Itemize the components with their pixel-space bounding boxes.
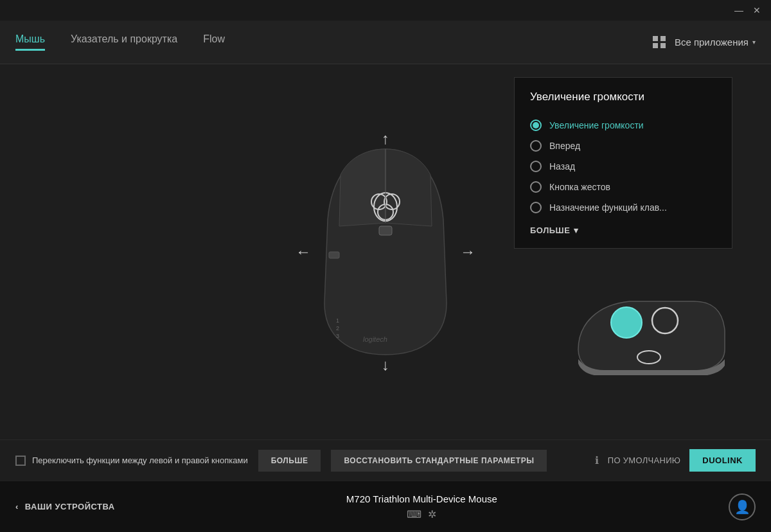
radio-option-1[interactable]: Вперед bbox=[530, 136, 716, 156]
radio-label-4: Назначение функций клав... bbox=[549, 202, 667, 213]
svg-point-11 bbox=[611, 307, 642, 338]
radio-option-4[interactable]: Назначение функций клав... bbox=[530, 197, 716, 218]
swap-buttons-checkbox[interactable]: Переключить функции между левой и правой… bbox=[15, 456, 248, 466]
app-window: — ✕ Мышь Указатель и прокрутка Flow Все … bbox=[0, 0, 771, 532]
default-button[interactable]: ПО УМОЛЧАНИЮ bbox=[608, 456, 680, 465]
radio-label-0: Увеличение громкости bbox=[549, 120, 644, 130]
chevron-down-icon: ▾ bbox=[574, 226, 579, 235]
radio-label-1: Вперед bbox=[549, 141, 580, 151]
mouse-side-illustration bbox=[565, 285, 732, 375]
popup-more-button[interactable]: БОЛЬШЕ ▾ bbox=[530, 226, 716, 235]
title-bar: — ✕ bbox=[0, 0, 771, 21]
checkbox-box bbox=[15, 456, 26, 466]
mouse-diagram: ↑ ← → ↓ bbox=[283, 111, 488, 393]
header: Мышь Указатель и прокрутка Flow Все прил… bbox=[0, 21, 771, 64]
bluetooth-icon: ✲ bbox=[428, 508, 436, 520]
profile-icon: 👤 bbox=[734, 499, 750, 515]
svg-text:1: 1 bbox=[336, 317, 339, 324]
mouse-illustration: 1 2 3 logitech bbox=[315, 143, 456, 361]
minimize-button[interactable]: — bbox=[730, 1, 748, 19]
arrow-left-button[interactable]: ← bbox=[296, 243, 311, 261]
button-popup-menu: Увеличение громкости Увеличение громкост… bbox=[514, 77, 732, 249]
radio-option-3[interactable]: Кнопка жестов bbox=[530, 177, 716, 197]
svg-text:2: 2 bbox=[336, 325, 339, 332]
battery-icon: ⌨ bbox=[407, 508, 421, 520]
back-button[interactable]: ‹ ВАШИ УСТРОЙСТВА bbox=[15, 502, 115, 511]
radio-circle-2 bbox=[530, 161, 542, 172]
svg-rect-4 bbox=[379, 226, 392, 235]
mouse-area: ↑ ← → ↓ bbox=[0, 64, 771, 439]
radio-option-2[interactable]: Назад bbox=[530, 156, 716, 177]
chevron-down-icon: ▾ bbox=[752, 39, 756, 46]
radio-circle-3 bbox=[530, 181, 542, 193]
svg-text:3: 3 bbox=[336, 333, 339, 339]
arrow-right-button[interactable]: → bbox=[460, 243, 475, 261]
restore-defaults-button[interactable]: ВОССТАНОВИТЬ СТАНДАРТНЫЕ ПАРАМЕТРЫ bbox=[331, 450, 547, 472]
checkbox-label: Переключить функции между левой и правой… bbox=[32, 456, 248, 465]
tab-bar: Мышь Указатель и прокрутка Flow bbox=[15, 33, 653, 51]
info-icon[interactable]: ℹ bbox=[595, 454, 599, 466]
mouse-side-view bbox=[565, 285, 732, 375]
footer-center: M720 Triathlon Multi-Device Mouse ⌨ ✲ bbox=[115, 493, 729, 520]
tab-pointer[interactable]: Указатель и прокрутка bbox=[71, 33, 177, 51]
bottom-right: ℹ ПО УМОЛЧАНИЮ DUOLINK bbox=[595, 449, 756, 472]
profile-button[interactable]: 👤 bbox=[729, 493, 756, 520]
close-button[interactable]: ✕ bbox=[748, 1, 766, 19]
svg-rect-5 bbox=[329, 252, 339, 258]
duolink-button[interactable]: DUOLINK bbox=[689, 449, 756, 472]
tab-flow[interactable]: Flow bbox=[203, 33, 225, 51]
popup-title: Увеличение громкости bbox=[530, 91, 716, 103]
more-button[interactable]: БОЛЬШЕ bbox=[258, 450, 321, 472]
radio-circle-4 bbox=[530, 202, 542, 213]
footer: ‹ ВАШИ УСТРОЙСТВА M720 Triathlon Multi-D… bbox=[0, 481, 771, 532]
device-icons: ⌨ ✲ bbox=[115, 508, 729, 520]
main-content: ↑ ← → ↓ bbox=[0, 64, 771, 481]
arrow-up-button[interactable]: ↑ bbox=[382, 130, 389, 148]
header-right: Все приложения ▾ bbox=[653, 36, 756, 48]
radio-option-0[interactable]: Увеличение громкости bbox=[530, 115, 716, 136]
tab-mouse[interactable]: Мышь bbox=[15, 33, 45, 51]
radio-circle-0 bbox=[530, 120, 542, 131]
all-apps-button[interactable]: Все приложения ▾ bbox=[675, 37, 756, 48]
back-label: ВАШИ УСТРОЙСТВА bbox=[25, 502, 115, 511]
radio-label-2: Назад bbox=[549, 161, 575, 172]
device-name: M720 Triathlon Multi-Device Mouse bbox=[115, 493, 729, 504]
apps-grid-icon[interactable] bbox=[653, 36, 667, 48]
arrow-down-button[interactable]: ↓ bbox=[382, 356, 389, 374]
back-arrow-icon: ‹ bbox=[15, 502, 19, 511]
radio-circle-1 bbox=[530, 140, 542, 152]
bottom-controls: Переключить функции между левой и правой… bbox=[0, 439, 771, 481]
svg-text:logitech: logitech bbox=[363, 335, 387, 343]
radio-label-3: Кнопка жестов bbox=[549, 182, 610, 192]
